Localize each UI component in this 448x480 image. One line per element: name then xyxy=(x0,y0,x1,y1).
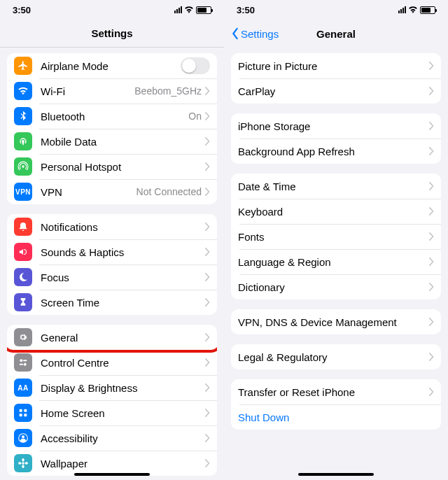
chevron-right-icon xyxy=(204,298,210,306)
row-label: Wi-Fi xyxy=(41,85,134,97)
row-general[interactable]: General xyxy=(7,325,217,350)
svg-point-11 xyxy=(22,462,24,464)
home-indicator[interactable] xyxy=(74,473,150,476)
row-wallpaper[interactable]: Wallpaper xyxy=(7,451,217,476)
chevron-right-icon xyxy=(428,353,434,361)
chevron-right-icon xyxy=(428,122,434,130)
row-detail: Beebom_5GHz xyxy=(134,85,202,97)
bell-icon xyxy=(14,218,32,236)
row-display-brightness[interactable]: AADisplay & Brightness xyxy=(7,375,217,400)
row-transfer-or-reset-iphone[interactable]: Transfer or Reset iPhone xyxy=(231,379,441,404)
svg-point-0 xyxy=(22,165,24,167)
row-label: General xyxy=(41,332,204,344)
row-home-screen[interactable]: Home Screen xyxy=(7,400,217,425)
row-dictionary[interactable]: Dictionary xyxy=(231,274,441,299)
row-keyboard[interactable]: Keyboard xyxy=(231,199,441,224)
svg-rect-6 xyxy=(24,409,27,412)
row-background-app-refresh[interactable]: Background App Refresh xyxy=(231,139,441,164)
row-shut-down[interactable]: Shut Down xyxy=(231,404,441,430)
row-label: Screen Time xyxy=(41,297,204,309)
status-bar: 3:50 xyxy=(224,0,448,20)
aa-icon: AA xyxy=(14,379,32,397)
home-indicator[interactable] xyxy=(298,473,374,476)
row-label: Transfer or Reset iPhone xyxy=(238,386,428,398)
row-screen-time[interactable]: Screen Time xyxy=(7,290,217,315)
row-control-centre[interactable]: Control Centre xyxy=(7,350,217,375)
status-time: 3:50 xyxy=(237,5,255,15)
row-sounds-haptics[interactable]: Sounds & Haptics xyxy=(7,239,217,264)
row-fonts[interactable]: Fonts xyxy=(231,224,441,249)
row-personal-hotspot[interactable]: Personal Hotspot xyxy=(7,154,217,179)
chevron-right-icon xyxy=(428,147,434,155)
svg-point-3 xyxy=(24,363,27,366)
status-indicators xyxy=(398,6,435,14)
toggle[interactable] xyxy=(181,57,210,74)
row-label: iPhone Storage xyxy=(238,120,428,132)
row-detail: On xyxy=(188,111,202,122)
settings-screen: 3:50 Settings Airplane ModeWi-FiBeebom_5… xyxy=(0,0,224,480)
row-vpn-dns-device-management[interactable]: VPN, DNS & Device Management xyxy=(231,309,441,334)
vpn-icon: VPN xyxy=(14,183,32,201)
chevron-right-icon xyxy=(428,257,434,266)
chevron-right-icon xyxy=(428,62,434,70)
page-title: Settings xyxy=(91,27,132,39)
chevron-right-icon xyxy=(204,333,210,341)
row-language-region[interactable]: Language & Region xyxy=(231,249,441,274)
chevron-right-icon xyxy=(204,223,210,231)
hotspot-icon xyxy=(14,157,32,176)
row-legal-regulatory[interactable]: Legal & Regulatory xyxy=(231,344,441,369)
status-indicators xyxy=(174,6,211,14)
row-date-time[interactable]: Date & Time xyxy=(231,174,441,199)
row-wi-fi[interactable]: Wi-FiBeebom_5GHz xyxy=(7,78,217,104)
row-iphone-storage[interactable]: iPhone Storage xyxy=(231,113,441,139)
row-notifications[interactable]: Notifications xyxy=(7,214,217,239)
svg-point-10 xyxy=(22,435,24,438)
chevron-right-icon xyxy=(428,318,434,326)
row-mobile-data[interactable]: Mobile Data xyxy=(7,129,217,154)
row-accessibility[interactable]: Accessibility xyxy=(7,425,217,451)
back-button[interactable]: Settings xyxy=(231,20,279,48)
row-vpn[interactable]: VPNVPNNot Connected xyxy=(7,179,217,204)
chevron-right-icon xyxy=(428,388,434,396)
svg-rect-8 xyxy=(24,414,27,416)
svg-point-13 xyxy=(22,465,24,468)
row-label: Date & Time xyxy=(238,181,428,192)
row-label: Dictionary xyxy=(238,281,428,293)
row-label: Control Centre xyxy=(41,357,204,369)
svg-rect-4 xyxy=(20,364,23,365)
person-icon xyxy=(14,429,32,447)
chevron-right-icon xyxy=(428,232,434,241)
status-time: 3:50 xyxy=(13,5,31,15)
chevron-right-icon xyxy=(204,358,210,367)
chevron-right-icon xyxy=(204,434,210,442)
svg-rect-7 xyxy=(20,414,22,416)
row-label: Legal & Regulatory xyxy=(238,351,428,363)
row-label: Bluetooth xyxy=(41,111,188,122)
chevron-right-icon xyxy=(204,273,210,281)
row-label: Keyboard xyxy=(238,206,428,218)
row-label: Personal Hotspot xyxy=(41,161,204,173)
page-title: General xyxy=(316,28,356,40)
chevron-right-icon xyxy=(204,383,210,392)
chevron-right-icon xyxy=(428,182,434,190)
svg-point-14 xyxy=(18,462,22,464)
general-list[interactable]: Picture in PictureCarPlayiPhone StorageB… xyxy=(224,48,448,480)
row-focus[interactable]: Focus xyxy=(7,264,217,290)
row-carplay[interactable]: CarPlay xyxy=(231,78,441,104)
navbar: Settings General xyxy=(224,20,448,48)
chevron-right-icon xyxy=(204,137,210,146)
cellular-icon xyxy=(174,6,182,13)
row-airplane-mode[interactable]: Airplane Mode xyxy=(7,53,217,78)
row-picture-in-picture[interactable]: Picture in Picture xyxy=(231,53,441,78)
row-detail: Not Connected xyxy=(136,186,202,197)
row-label: Home Screen xyxy=(41,407,204,419)
row-label: Background App Refresh xyxy=(238,146,428,157)
settings-list[interactable]: Airplane ModeWi-FiBeebom_5GHzBluetoothOn… xyxy=(0,48,224,480)
chevron-right-icon xyxy=(204,87,210,95)
row-bluetooth[interactable]: BluetoothOn xyxy=(7,104,217,129)
chevron-right-icon xyxy=(204,188,210,196)
row-label: Mobile Data xyxy=(41,136,204,148)
row-label: Wallpaper xyxy=(41,458,204,470)
status-bar: 3:50 xyxy=(0,0,224,20)
svg-point-12 xyxy=(22,458,24,462)
